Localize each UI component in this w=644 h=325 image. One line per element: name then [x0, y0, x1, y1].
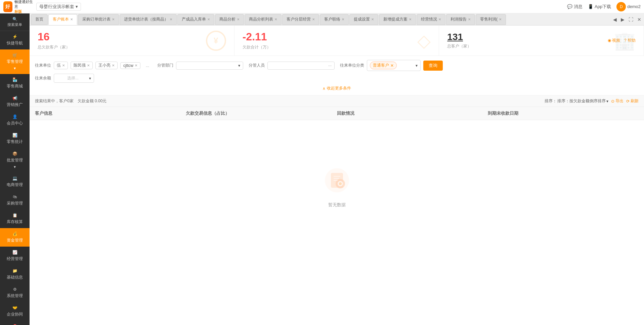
chevron-down-icon: ▾ — [76, 4, 78, 9]
tab-close-new-promote[interactable]: ✕ — [409, 17, 412, 21]
remove-tag-cjttcw[interactable]: ✕ — [135, 64, 137, 67]
tab-close-purchase-order[interactable]: ✕ — [112, 17, 115, 21]
tab-retail-profit[interactable]: 零售利润( ✕ — [476, 14, 506, 25]
mall-icon: 🏪 — [12, 77, 17, 82]
system-icon: ⚙ — [13, 287, 17, 292]
tab-close-customer-cost[interactable]: ✕ — [70, 17, 73, 21]
tab-close-product-stock[interactable]: ✕ — [207, 17, 210, 21]
tab-customer-tier[interactable]: 客户分层经营 ✕ — [282, 14, 319, 25]
sidebar-item-batch-mgmt[interactable]: 📦 批发管理 ▾ — [0, 148, 30, 173]
tab-product-stock[interactable]: 产成品入库单 ✕ — [177, 14, 214, 25]
sidebar-item-ecommerce[interactable]: 💻 电商管理 — [0, 173, 30, 191]
stat-value-customers: 16 — [38, 31, 70, 43]
message-btn[interactable]: 💬 消息 — [567, 4, 583, 10]
user-menu[interactable]: D demo2 — [616, 2, 641, 11]
filter-area: 往来单位 伍 ✕ 陈民强 ✕ 王小亮 ✕ cjttcw — [30, 56, 644, 96]
sidebar-item-ops-mgmt[interactable]: 📈 经营管理 — [0, 247, 30, 265]
filter-row-2: 往来余额 选择... ▾ — [35, 74, 639, 83]
org-selector[interactable]: 母婴行业演示帐套 ▾ — [36, 3, 81, 11]
tab-prev-btn[interactable]: ◀ — [612, 16, 618, 23]
person-select[interactable]: ··· — [267, 62, 335, 70]
tab-close-purchase-stats[interactable]: ✕ — [170, 17, 172, 21]
sidebar-item-new-guide[interactable]: 🎯 新手引导 — [0, 321, 30, 325]
remove-tag-wu[interactable]: ✕ — [62, 64, 65, 67]
sidebar-item-inventory[interactable]: 📋 库存核算 — [0, 210, 30, 228]
sidebar-item-retail-stats[interactable]: 📊 零售统计 — [0, 130, 30, 148]
chevron-icon-2: ▾ — [14, 165, 16, 169]
coop-icon: 🤝 — [12, 305, 17, 310]
ops-icon: 📈 — [12, 250, 17, 255]
sidebar-item-marketing[interactable]: 📢 营销推广 — [0, 93, 30, 111]
inventory-icon: 📋 — [12, 213, 17, 218]
export-btn[interactable]: ⊙ 导出 — [611, 98, 624, 104]
ecommerce-icon: 💻 — [12, 176, 17, 181]
retail-icon: 🛒 — [12, 53, 17, 58]
tab-close-customer-contact[interactable]: ✕ — [342, 17, 344, 21]
tab-customer-contact[interactable]: 客户联络 ✕ — [320, 14, 349, 25]
yuan-circle-icon: ¥ — [206, 31, 226, 51]
table-area: 客户信息 欠款交易信息（占比） 回款情况 到期未收款日期 — [30, 107, 644, 255]
remove-normal-tag[interactable]: ✕ — [390, 63, 394, 68]
filter-tag-wang[interactable]: 王小亮 ✕ — [95, 62, 118, 69]
tab-purchase-order[interactable]: 采购订单统计表 ✕ — [78, 14, 119, 25]
tab-close-promote-settings[interactable]: ✕ — [371, 17, 374, 21]
filter-tag-chen[interactable]: 陈民强 ✕ — [71, 62, 93, 69]
remove-tag-chen[interactable]: ✕ — [87, 64, 90, 67]
purchase-icon: 🛍 — [13, 194, 17, 199]
filter-tag-wu[interactable]: 伍 ✕ — [54, 62, 68, 69]
collapse-button[interactable]: ∧ 收起更多条件 — [35, 85, 639, 91]
tab-close-goods-analysis[interactable]: ✕ — [237, 17, 240, 21]
tab-new-promote[interactable]: 新增提成方案 ✕ — [379, 14, 416, 25]
tab-close-goods-analysis-list[interactable]: ✕ — [274, 17, 277, 21]
unit-filter-label: 往来单位 — [35, 63, 51, 68]
member-icon: 👤 — [12, 114, 17, 119]
balance-select[interactable]: 选择... ▾ — [54, 74, 94, 83]
search-info: 搜索结果中，客户0家 欠款金额 0.00元 排序： 排序：按欠款金额倒序排序 ▾… — [30, 96, 644, 107]
table-body: 暂无数据 — [30, 120, 644, 255]
sidebar-item-member-center[interactable]: 👤 会员中心 — [0, 111, 30, 130]
sidebar-item-enterprise-coop[interactable]: 🤝 企业协同 — [0, 302, 30, 321]
person-dots[interactable]: ··· — [328, 63, 332, 68]
stat-label-customers: 总欠款客户（家） — [38, 44, 70, 50]
tab-home[interactable]: 首页 — [31, 14, 48, 25]
tab-promote-settings[interactable]: 提成设置 ✕ — [349, 14, 378, 25]
unit-category-select[interactable]: 普通客户 ✕ ▾ — [367, 60, 421, 71]
dept-filter-label: 分管部门 — [157, 63, 173, 68]
tab-next-btn[interactable]: ▶ — [619, 16, 626, 23]
tab-goods-analysis[interactable]: 商品分析 ✕ — [215, 14, 244, 25]
info-icon: 📁 — [12, 268, 17, 273]
tab-close-retail-profit[interactable]: ✕ — [499, 17, 502, 21]
filter-tag-more[interactable]: ... — [143, 63, 152, 69]
sort-select[interactable]: 排序： 排序：按欠款金额倒序排序 ▾ — [545, 98, 608, 104]
tab-goods-analysis-list[interactable]: 商品分析列表 ✕ — [245, 14, 282, 25]
logo-text: 畅捷通好生意 标版 — [14, 0, 33, 14]
sidebar-item-basic-info[interactable]: 📁 基础信息 — [0, 265, 30, 284]
sidebar-item-purchase-mgmt[interactable]: 🛍 采购管理 — [0, 191, 30, 210]
sidebar-item-retail-mgmt[interactable]: 🛒 零售管理 ▾ — [0, 49, 30, 74]
tab-close-all-btn[interactable]: ✕ — [636, 16, 643, 23]
tab-close-customer-tier[interactable]: ✕ — [312, 17, 315, 21]
tab-business-status[interactable]: 经营情况 ✕ — [417, 14, 445, 25]
refresh-btn[interactable]: ⟳ 刷新 — [626, 98, 639, 104]
app-download-btn[interactable]: 📱 App下载 — [588, 4, 611, 10]
sidebar-item-retail-mall[interactable]: 🏪 零售商城 — [0, 74, 30, 93]
stat-label-total: 总客户（家） — [447, 43, 471, 49]
tab-close-business-status[interactable]: ✕ — [438, 17, 441, 21]
tab-purchase-stats[interactable]: 进货单统计表（按商品） ✕ — [120, 14, 177, 25]
sort-label: 排序： — [545, 98, 557, 104]
sidebar-search[interactable]: 🔍 搜索菜单 — [0, 13, 30, 31]
remove-tag-wang[interactable]: ✕ — [112, 64, 115, 67]
filter-tag-cjttcw[interactable]: cjttcw ✕ — [120, 62, 140, 69]
dept-chevron-icon: ▾ — [238, 63, 240, 68]
dept-select[interactable]: ▾ — [176, 62, 243, 70]
query-button[interactable]: 查询 — [423, 61, 443, 71]
sidebar-item-quick-nav[interactable]: ⚡ 快捷导航 — [0, 31, 30, 49]
download-icon: 📱 — [588, 4, 593, 9]
tab-profit-report[interactable]: 利润报告 ✕ — [446, 14, 475, 25]
sidebar-item-system[interactable]: ⚙ 系统管理 — [0, 284, 30, 302]
tab-customer-cost[interactable]: 客户账本 ✕ — [48, 14, 77, 25]
tab-close-profit-report[interactable]: ✕ — [468, 17, 471, 21]
filter-active-tag-normal[interactable]: 普通客户 ✕ — [370, 62, 397, 69]
tab-fullscreen-btn[interactable]: ⛶ — [627, 16, 635, 23]
sidebar-item-finance[interactable]: 💰 资金管理 — [0, 228, 30, 247]
